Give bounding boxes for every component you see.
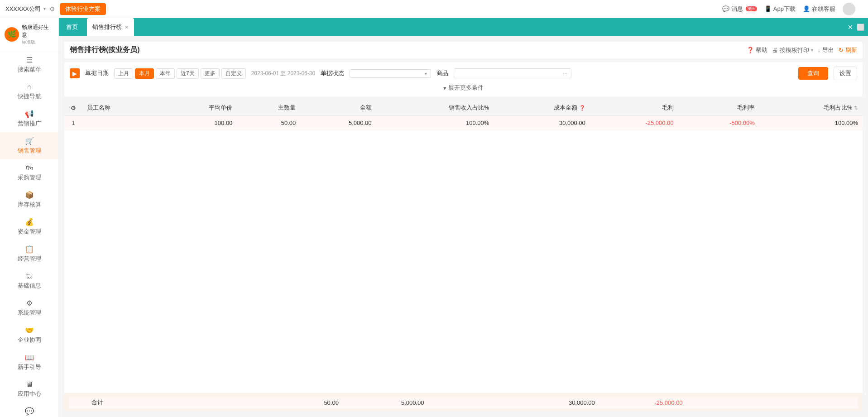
app-icon: 📱 — [764, 5, 772, 12]
help-button[interactable]: ❓ 帮助 — [747, 46, 767, 54]
company-selector[interactable]: XXXXXX公司 ▾ — [5, 5, 46, 13]
sidebar-item-label: 采购管理 — [18, 173, 41, 182]
sidebar-item-label: 企业协同 — [18, 336, 41, 344]
col-settings[interactable]: ⚙ — [64, 100, 82, 116]
service-icon: 👤 — [803, 5, 810, 12]
sidebar-item-marketing[interactable]: 📢 营销推广 — [0, 105, 58, 132]
trial-button[interactable]: 体验行业方案 — [60, 3, 106, 15]
footer-gross-pct — [772, 397, 858, 409]
date-btn-7days[interactable]: 近7天 — [177, 68, 199, 79]
avatar[interactable] — [843, 3, 855, 15]
logo-icon: 🌿 — [5, 27, 19, 42]
sidebar-item-basic[interactable]: 🗂 基础信息 — [0, 268, 58, 294]
rankings-table: ⚙ 员工名称 平均单价 主数量 — [64, 100, 863, 130]
date-btn-this-month[interactable]: 本月 — [135, 68, 154, 79]
col-sales-pct: 销售收入占比% — [376, 100, 494, 116]
sidebar-item-system[interactable]: ⚙ 系统管理 — [0, 294, 58, 321]
refresh-icon: ↻ — [839, 47, 844, 53]
table-row: 1 100.00 50.00 5,000.00 100.00% 30,000.0… — [64, 116, 863, 130]
expand-down-icon: ▾ — [443, 85, 446, 91]
filter-row: ▶ 单据日期 上月 本月 本年 近7天 更多 自定义 2023-06-01 至 … — [70, 67, 857, 80]
page-actions: ❓ 帮助 🖨 按模板打印 ▾ ↓ 导出 ↻ 刷新 — [747, 46, 858, 54]
sidebar-item-finance[interactable]: 💰 资金管理 — [0, 213, 58, 240]
logo-area: 🌿 畅康通好生意 标准版 — [0, 18, 58, 51]
operation-icon: 📋 — [25, 245, 34, 254]
filter-expand-arrow[interactable]: ▶ — [70, 68, 80, 78]
sidebar-item-label: 系统管理 — [18, 309, 41, 317]
query-button[interactable]: 查询 — [798, 67, 828, 80]
sidebar-item-label: 营销推广 — [18, 120, 41, 128]
tab-sales-ranking[interactable]: 销售排行榜 ✕ — [87, 18, 134, 36]
date-filter-label: 单据日期 — [85, 69, 109, 77]
refresh-button[interactable]: ↻ 刷新 — [839, 46, 857, 54]
cell-gross: -25,000.00 — [590, 116, 678, 130]
col-cost: 成本全额 ❓ — [494, 100, 590, 116]
footer-cost: 30,000.00 — [514, 397, 599, 409]
goods-filter-label: 商品 — [436, 69, 448, 77]
table-header-row: ⚙ 员工名称 平均单价 主数量 — [64, 100, 863, 116]
footer-main-qty: 50.00 — [258, 397, 343, 409]
sidebar-item-guide[interactable]: 📖 新手引导 — [0, 349, 58, 376]
print-arrow-icon: ▾ — [811, 48, 813, 53]
wechat-icon: 💬 — [25, 407, 34, 416]
sidebar-item-shortcut[interactable]: ⌂ 快捷导航 — [0, 78, 58, 105]
expand-more-button[interactable]: ▾ 展开更多条件 — [70, 84, 857, 92]
sidebar-item-search[interactable]: ☰ 搜索菜单 — [0, 51, 58, 78]
enterprise-icon: 🤝 — [25, 326, 34, 335]
date-btn-more[interactable]: 更多 — [201, 68, 220, 79]
sidebar-item-sales[interactable]: 🛒 销售管理 — [0, 132, 58, 159]
sidebar-item-appstore[interactable]: 🖥 应用中心 — [0, 376, 58, 403]
filter-area: ▶ 单据日期 上月 本月 本年 近7天 更多 自定义 2023-06-01 至 … — [64, 62, 863, 96]
sidebar-item-enterprise[interactable]: 🤝 企业协同 — [0, 321, 58, 349]
page-title: 销售排行榜(按业务员) — [70, 45, 140, 55]
tab-home[interactable]: 首页 — [59, 18, 85, 36]
cell-avg-price: 100.00 — [160, 116, 237, 130]
date-btn-custom[interactable]: 自定义 — [221, 68, 246, 79]
status-select[interactable]: ▾ — [350, 69, 431, 78]
system-icon: ⚙ — [26, 299, 33, 307]
message-button[interactable]: 💬 消息 99+ — [722, 5, 757, 13]
cost-help-icon[interactable]: ❓ — [579, 105, 585, 110]
basic-icon: 🗂 — [26, 272, 33, 280]
table-container: ⚙ 员工名称 平均单价 主数量 — [64, 100, 863, 412]
sidebar-item-label: 应用中心 — [18, 390, 41, 398]
status-arrow-icon: ▾ — [425, 71, 427, 76]
sidebar-item-label: 资金管理 — [18, 228, 41, 236]
sidebar-item-wechat[interactable]: 💬 企业微信 — [0, 403, 58, 417]
top-bar: XXXXXX公司 ▾ ⚙ 体验行业方案 💬 消息 99+ 📱 App下载 👤 在… — [0, 0, 868, 18]
sort-icon[interactable]: ⇅ — [854, 105, 858, 110]
date-btn-this-year[interactable]: 本年 — [156, 68, 175, 79]
sidebar-item-purchase[interactable]: 🛍 采购管理 — [0, 159, 58, 186]
window-maximize-icon[interactable]: ⬜ — [857, 24, 864, 31]
footer-total-label: 合计 — [87, 397, 173, 409]
cell-sales-pct: 100.00% — [376, 116, 494, 130]
online-service-button[interactable]: 👤 在线客服 — [803, 5, 835, 13]
cell-gross-rate: -500.00% — [678, 116, 759, 130]
appstore-icon: 🖥 — [26, 380, 33, 388]
sidebar-item-operation[interactable]: 📋 经营管理 — [0, 240, 58, 268]
table-footer: 合计 50.00 5,000.00 30,000.00 -25,000.00 — [64, 393, 863, 412]
tab-close-icon[interactable]: ✕ — [125, 24, 129, 30]
col-main-qty: 主数量 — [237, 100, 300, 116]
cell-cost: 30,000.00 — [494, 116, 590, 130]
sidebar-item-label: 销售管理 — [18, 147, 41, 155]
page-content: 销售排行榜(按业务员) ❓ 帮助 🖨 按模板打印 ▾ ↓ 导出 — [59, 36, 868, 417]
print-button[interactable]: 🖨 按模板打印 ▾ — [772, 46, 813, 54]
export-button[interactable]: ↓ 导出 — [818, 46, 834, 54]
settings-icon[interactable]: ⚙ — [49, 5, 55, 13]
setting-button[interactable]: 设置 — [834, 67, 857, 80]
date-btn-last-month[interactable]: 上月 — [114, 68, 133, 79]
footer-amount: 5,000.00 — [343, 397, 429, 409]
goods-input[interactable]: ··· — [454, 68, 571, 78]
sidebar-item-inventory[interactable]: 📦 库存核算 — [0, 186, 58, 213]
company-name: XXXXXX公司 — [5, 5, 41, 13]
date-range-display: 2023-06-01 至 2023-06-30 — [251, 70, 315, 77]
sidebar: 🌿 畅康通好生意 标准版 ☰ 搜索菜单 ⌂ 快捷导航 📢 营销推广 🛒 销售管理… — [0, 18, 59, 417]
cell-amount: 5,000.00 — [300, 116, 376, 130]
cell-name — [82, 116, 160, 130]
top-right-actions: 💬 消息 99+ 📱 App下载 👤 在线客服 — [722, 3, 863, 15]
tab-bar: 首页 销售排行榜 ✕ ✕ ⬜ — [59, 18, 868, 36]
footer-table: 合计 50.00 5,000.00 30,000.00 -25,000.00 — [69, 397, 858, 409]
window-close-icon[interactable]: ✕ — [848, 24, 853, 31]
app-download-button[interactable]: 📱 App下载 — [764, 5, 796, 13]
